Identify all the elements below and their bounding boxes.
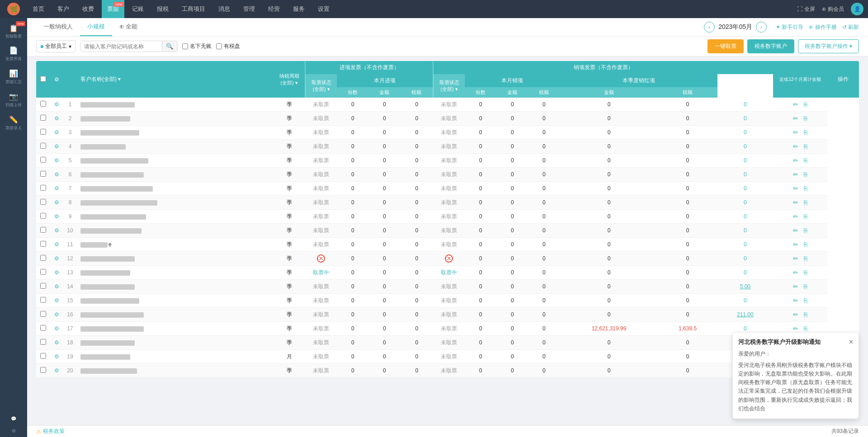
copy-btn[interactable]: ⎘ (802, 212, 809, 221)
row-settings-icon[interactable]: ⚙ (54, 297, 59, 304)
tab-general-taxpayer[interactable]: 一般纳税人 (36, 18, 80, 36)
period-prev-btn[interactable]: ‹ (704, 22, 715, 33)
tab-small-scale[interactable]: 小规模 (80, 18, 112, 36)
copy-btn[interactable]: ⎘ (802, 184, 809, 193)
row-checkbox[interactable] (40, 311, 46, 317)
row-checkbox[interactable] (40, 241, 46, 247)
nav-operation[interactable]: 经营 (263, 0, 285, 18)
edit-btn[interactable]: ✏ (791, 170, 800, 179)
row-checkbox[interactable] (40, 367, 46, 373)
copy-btn[interactable]: ⎘ (802, 254, 809, 263)
th-in-status[interactable]: 取票状态(全部) ▾ (305, 74, 337, 98)
th-tax-period[interactable]: 纳税周期(全部) ▾ (274, 61, 305, 98)
copy-btn[interactable]: ⎘ (802, 170, 809, 179)
row-settings-icon[interactable]: ⚙ (54, 101, 59, 108)
th-client-name[interactable]: 客户名称(全部) ▾ (77, 61, 274, 98)
row-checkbox[interactable] (40, 297, 46, 303)
copy-btn[interactable]: ⎘ (802, 114, 809, 123)
user-avatar[interactable]: 👤 (851, 3, 863, 15)
row-settings-icon[interactable]: ⚙ (54, 143, 59, 150)
edit-btn[interactable]: ✏ (791, 128, 800, 137)
has-tax-disk-checkbox[interactable] (216, 43, 222, 49)
manual-btn[interactable]: ⊕ 操作手册 (809, 23, 836, 31)
nav-messages[interactable]: 消息 (213, 0, 236, 18)
copy-btn[interactable]: ⎘ (802, 226, 809, 235)
edit-btn[interactable]: ✏ (791, 310, 800, 319)
row-checkbox[interactable] (40, 339, 46, 345)
row-settings-icon[interactable]: ⚙ (54, 255, 59, 262)
edit-btn[interactable]: ✏ (791, 268, 800, 277)
row-checkbox[interactable] (40, 269, 46, 275)
nav-tax[interactable]: 报税 (151, 0, 174, 18)
no-account-checkbox[interactable] (182, 43, 188, 49)
row-checkbox[interactable] (40, 185, 46, 191)
nav-admin[interactable]: 管理 (238, 0, 260, 18)
no-account-filter[interactable]: 名下无账 (182, 42, 212, 50)
row-settings-icon[interactable]: ⚙ (54, 171, 59, 178)
select-all-checkbox[interactable] (40, 76, 46, 82)
sidebar-item-summary[interactable]: 📊 票据汇总 (0, 66, 27, 89)
app-logo[interactable]: 🌿 (5, 0, 23, 18)
nav-tickets[interactable]: 票据 new (102, 0, 124, 18)
row-settings-icon[interactable]: ⚙ (54, 283, 59, 290)
nav-service[interactable]: 服务 (288, 0, 310, 18)
new-guide-btn[interactable]: ✦ 新手引导 (776, 23, 803, 31)
sidebar-item-issue[interactable]: 📄 发票开具 (0, 42, 27, 66)
row-checkbox[interactable] (40, 115, 46, 121)
row-checkbox[interactable] (40, 143, 46, 149)
row-settings-icon[interactable]: ⚙ (54, 115, 59, 122)
nav-clients[interactable]: 客户 (52, 0, 75, 18)
row-checkbox[interactable] (40, 171, 46, 177)
copy-btn[interactable]: ⎘ (802, 198, 809, 207)
edit-btn[interactable]: ✏ (791, 142, 800, 151)
row-settings-icon[interactable]: ⚙ (54, 227, 59, 234)
one-click-get-btn[interactable]: 一键取票 (708, 39, 744, 53)
row-checkbox[interactable] (40, 353, 46, 359)
edit-btn[interactable]: ✏ (791, 156, 800, 165)
copy-btn[interactable]: ⎘ (802, 156, 809, 165)
tax-digital-op-btn[interactable]: 税务数字账户操作 ▾ (798, 39, 859, 53)
tax-digital-account-btn[interactable]: 税务数字账户 (747, 39, 794, 53)
row-settings-icon[interactable]: ⚙ (54, 129, 59, 136)
th-out-status[interactable]: 取票状态(全部) ▾ (433, 74, 465, 98)
edit-btn[interactable]: ✏ (791, 282, 800, 291)
row-settings-icon[interactable]: ⚙ (54, 185, 59, 192)
sidebar-item-bottom1[interactable]: 💬 (0, 413, 27, 425)
copy-btn[interactable]: ⎘ (802, 100, 809, 109)
edit-btn[interactable]: ✏ (791, 240, 800, 249)
row-settings-icon[interactable]: ⚙ (54, 199, 59, 206)
nav-commerce[interactable]: 工商项目 (176, 0, 211, 18)
row-settings-icon[interactable]: ⚙ (54, 367, 59, 374)
copy-btn[interactable]: ⎘ (802, 296, 809, 305)
employee-filter[interactable]: ■ 全部员工 ▾ (36, 40, 75, 52)
member-btn[interactable]: ⊕ 购会员 (822, 5, 844, 13)
period-next-btn[interactable]: › (756, 22, 767, 33)
edit-btn[interactable]: ✏ (791, 198, 800, 207)
sidebar-item-smart-ticket[interactable]: 📋 智能取票 new (0, 20, 27, 42)
notification-close-btn[interactable]: × (849, 338, 853, 346)
edit-btn[interactable]: ✏ (791, 296, 800, 305)
row-settings-icon[interactable]: ⚙ (54, 325, 59, 332)
tab-all[interactable]: ⊕ 全能 (112, 18, 145, 36)
row-settings-icon[interactable]: ⚙ (54, 311, 59, 318)
nav-fees[interactable]: 收费 (77, 0, 99, 18)
nav-accounting[interactable]: 记账 (127, 0, 149, 18)
nav-settings[interactable]: 设置 (312, 0, 335, 18)
sidebar-item-bottom2[interactable]: ⚙ (0, 425, 27, 437)
edit-btn[interactable]: ✏ (791, 114, 800, 123)
nav-home[interactable]: 首页 (27, 0, 50, 18)
row-settings-icon[interactable]: ⚙ (54, 339, 59, 346)
copy-btn[interactable]: ⎘ (802, 142, 809, 151)
copy-btn[interactable]: ⎘ (802, 240, 809, 249)
edit-btn[interactable]: ✏ (791, 226, 800, 235)
row-settings-icon[interactable]: ⚙ (54, 353, 59, 360)
row-checkbox[interactable] (40, 101, 46, 107)
row-checkbox[interactable] (40, 199, 46, 205)
row-checkbox[interactable] (40, 157, 46, 163)
copy-btn[interactable]: ⎘ (802, 268, 809, 277)
row-settings-icon[interactable]: ⚙ (54, 213, 59, 220)
fullscreen-btn[interactable]: ⛶ 全屏 (797, 5, 815, 13)
copy-btn[interactable]: ⎘ (802, 310, 809, 319)
row-settings-icon[interactable]: ⚙ (54, 241, 59, 248)
edit-btn[interactable]: ✏ (791, 184, 800, 193)
